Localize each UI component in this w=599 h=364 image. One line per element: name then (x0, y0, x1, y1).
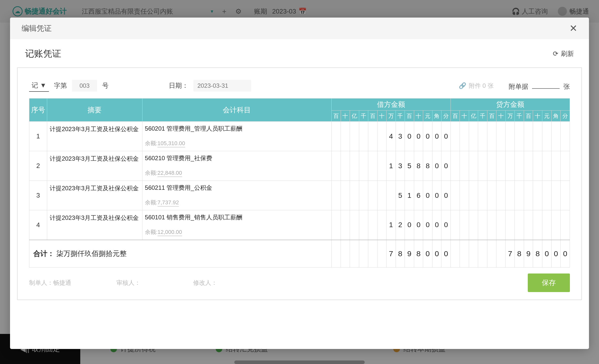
digit-cell[interactable]: 6 (414, 181, 423, 210)
digit-cell[interactable] (524, 210, 533, 240)
digit-cell[interactable] (515, 210, 524, 240)
digit-cell[interactable] (469, 210, 478, 240)
digit-cell[interactable]: 0 (441, 151, 451, 181)
digit-cell[interactable] (332, 181, 341, 210)
save-button[interactable]: 保存 (528, 274, 570, 292)
digit-cell[interactable] (496, 122, 506, 151)
digit-cell[interactable] (332, 122, 341, 151)
digit-cell[interactable] (451, 151, 460, 181)
digit-cell[interactable] (551, 151, 561, 181)
digit-cell[interactable]: 8 (515, 240, 524, 267)
digit-cell[interactable]: 0 (441, 210, 451, 240)
digit-cell[interactable] (505, 122, 515, 151)
digit-cell[interactable]: 0 (432, 240, 441, 267)
digit-cell[interactable] (460, 151, 469, 181)
digit-cell[interactable] (359, 210, 368, 240)
digit-cell[interactable] (359, 122, 368, 151)
close-icon[interactable]: ✕ (569, 23, 577, 34)
digit-cell[interactable] (478, 181, 487, 210)
digit-cell[interactable] (496, 181, 506, 210)
digit-cell[interactable] (487, 240, 496, 267)
digit-cell[interactable] (332, 151, 341, 181)
digit-cell[interactable]: 0 (405, 122, 414, 151)
row-summary[interactable]: 计提2023年3月工资及社保公积金 (47, 122, 142, 151)
digit-cell[interactable] (359, 240, 368, 267)
digit-cell[interactable]: 0 (441, 240, 451, 267)
horizontal-scrollbar[interactable] (234, 360, 365, 364)
digit-cell[interactable]: 9 (405, 240, 414, 267)
digit-cell[interactable] (478, 122, 487, 151)
digit-cell[interactable] (487, 151, 496, 181)
digit-cell[interactable] (542, 122, 551, 151)
row-summary[interactable]: 计提2023年3月工资及社保公积金 (47, 210, 142, 240)
digit-cell[interactable]: 0 (561, 240, 570, 267)
digit-cell[interactable] (359, 151, 368, 181)
digit-cell[interactable] (487, 181, 496, 210)
digit-cell[interactable] (496, 210, 506, 240)
digit-cell[interactable] (350, 210, 359, 240)
digit-cell[interactable] (533, 122, 542, 151)
digit-cell[interactable] (561, 151, 570, 181)
digit-cell[interactable] (478, 151, 487, 181)
digit-cell[interactable] (533, 151, 542, 181)
digit-cell[interactable]: 0 (405, 210, 414, 240)
digit-cell[interactable] (341, 210, 350, 240)
digit-cell[interactable] (377, 122, 387, 151)
digit-cell[interactable]: 0 (551, 240, 561, 267)
digit-cell[interactable] (451, 240, 460, 267)
digit-cell[interactable]: 1 (405, 181, 414, 210)
digit-cell[interactable] (377, 210, 387, 240)
digit-cell[interactable]: 0 (432, 122, 441, 151)
digit-cell[interactable] (469, 151, 478, 181)
digit-cell[interactable] (551, 122, 561, 151)
digit-cell[interactable] (542, 210, 551, 240)
digit-cell[interactable]: 9 (524, 240, 533, 267)
digit-cell[interactable] (524, 181, 533, 210)
digit-cell[interactable] (341, 122, 350, 151)
digit-cell[interactable]: 4 (387, 122, 396, 151)
digit-cell[interactable] (460, 181, 469, 210)
digit-cell[interactable] (451, 122, 460, 151)
digit-cell[interactable]: 0 (441, 181, 451, 210)
digit-cell[interactable]: 0 (423, 210, 432, 240)
voucher-type-select[interactable]: 记 ▼ (29, 79, 49, 92)
digit-cell[interactable] (533, 181, 542, 210)
digit-cell[interactable] (368, 151, 378, 181)
digit-cell[interactable]: 2 (396, 210, 405, 240)
digit-cell[interactable] (350, 181, 359, 210)
digit-cell[interactable] (478, 210, 487, 240)
digit-cell[interactable] (377, 151, 387, 181)
digit-cell[interactable]: 0 (414, 122, 423, 151)
row-summary[interactable]: 计提2023年3月工资及社保公积金 (47, 181, 142, 210)
digit-cell[interactable]: 5 (396, 181, 405, 210)
digit-cell[interactable] (469, 122, 478, 151)
voucher-number-input[interactable] (72, 80, 97, 92)
digit-cell[interactable] (487, 122, 496, 151)
digit-cell[interactable] (469, 181, 478, 210)
digit-cell[interactable] (515, 122, 524, 151)
digit-cell[interactable]: 0 (542, 240, 551, 267)
digit-cell[interactable] (505, 210, 515, 240)
digit-cell[interactable]: 8 (423, 151, 432, 181)
digit-cell[interactable] (377, 181, 387, 210)
digit-cell[interactable] (551, 210, 561, 240)
digit-cell[interactable]: 0 (414, 210, 423, 240)
digit-cell[interactable] (332, 210, 341, 240)
digit-cell[interactable]: 5 (405, 151, 414, 181)
row-account[interactable]: 560211 管理费用_公积金余额:7,737.92 (142, 181, 332, 210)
digit-cell[interactable] (496, 240, 506, 267)
digit-cell[interactable]: 0 (432, 210, 441, 240)
digit-cell[interactable] (478, 240, 487, 267)
digit-cell[interactable] (368, 210, 378, 240)
digit-cell[interactable] (561, 181, 570, 210)
digit-cell[interactable] (341, 181, 350, 210)
digit-cell[interactable] (460, 240, 469, 267)
row-summary[interactable]: 计提2023年3月工资及社保公积金 (47, 151, 142, 181)
digit-cell[interactable] (487, 210, 496, 240)
digit-cell[interactable] (332, 240, 341, 267)
digit-cell[interactable]: 0 (441, 122, 451, 151)
digit-cell[interactable] (505, 181, 515, 210)
digit-cell[interactable]: 0 (423, 181, 432, 210)
digit-cell[interactable]: 0 (432, 181, 441, 210)
digit-cell[interactable] (368, 240, 378, 267)
